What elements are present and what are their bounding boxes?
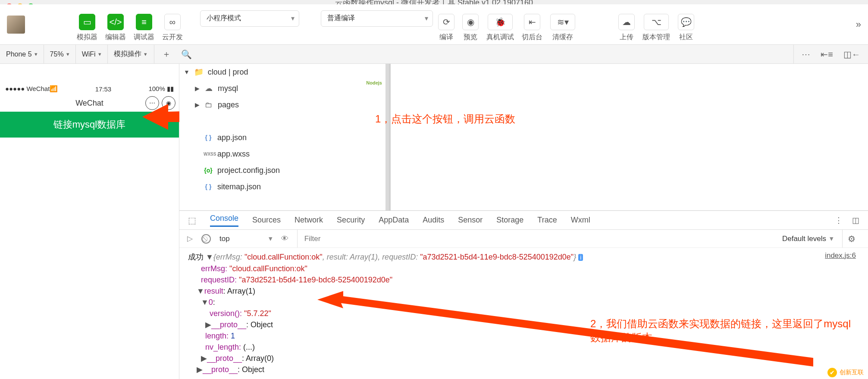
indent-icon[interactable]: ⇤≡ <box>821 49 833 60</box>
community-button[interactable]: 💬社区 <box>678 14 694 42</box>
editor-toggle[interactable]: </>编辑器 <box>105 14 126 42</box>
console-settings-icon[interactable]: ⚙ <box>842 230 860 247</box>
simulator-panel: ●●●●● WeChat📶 17:53 100% ▮▮ WeChat ⋯ ◉ 链… <box>0 64 179 379</box>
file-explorer: ▼📁cloud | prod ▶☁mysqlNodejs ▶🗀pages { }… <box>179 64 391 210</box>
sub-toolbar: Phone 5 75% WiFi 模拟操作 ＋ 🔍 ⋯ ⇤≡ ◫← <box>0 45 868 64</box>
annotation-1: 1，点击这个按钮，调用云函数 <box>375 112 515 126</box>
sim-menu-icon[interactable]: ⋯ <box>145 96 159 110</box>
tree-file-app-json[interactable]: { }app.json <box>179 129 389 146</box>
console-filter-bar: ▷ ⃠ top 👁 Default levels ⚙ <box>179 230 868 248</box>
tab-sources[interactable]: Sources <box>252 216 281 225</box>
simulator-toggle[interactable]: ▭模拟器 <box>77 14 97 42</box>
toolbar-overflow-icon[interactable]: » <box>856 19 861 30</box>
console-output: index.js:6 成功 ▼{errMsg: "cloud.callFunct… <box>179 248 868 379</box>
devtools-more-icon[interactable]: ⋮ <box>835 216 843 225</box>
devtools-dock-icon[interactable]: ◫ <box>852 216 859 225</box>
tab-console[interactable]: Console <box>210 214 238 227</box>
devtools: ⬚ Console Sources Network Security AppDa… <box>179 210 868 379</box>
sim-status-bar: ●●●●● WeChat📶 17:53 100% ▮▮ <box>0 83 179 94</box>
element-picker-icon[interactable]: ⬚ <box>188 215 196 226</box>
eye-icon[interactable]: 👁 <box>281 235 288 243</box>
tab-security[interactable]: Security <box>337 216 365 225</box>
tab-network[interactable]: Network <box>295 216 323 225</box>
network-select[interactable]: WiFi <box>76 45 108 63</box>
tree-file-sitemap[interactable]: { }sitemap.json <box>179 179 389 195</box>
mode-select[interactable]: 小程序模式 <box>200 10 299 27</box>
split-icon[interactable]: ◫← <box>843 49 860 60</box>
version-button[interactable]: ⌥版本管理 <box>642 14 670 42</box>
editor-area <box>391 64 868 210</box>
more-icon[interactable]: ⋯ <box>802 49 810 60</box>
log-levels-select[interactable]: Default levels <box>782 234 834 243</box>
background-button[interactable]: ⇤切后台 <box>522 14 542 42</box>
cloud-dev-button[interactable]: ∞云开发 <box>162 14 183 42</box>
clear-cache-button[interactable]: ≋▾清缓存 <box>550 14 575 42</box>
tree-folder-mysql[interactable]: ▶☁mysqlNodejs <box>179 80 389 97</box>
sim-close-icon[interactable]: ◉ <box>162 96 175 110</box>
context-select[interactable]: top <box>219 234 273 243</box>
watermark: ✔创新互联 <box>827 368 864 377</box>
remote-debug-button[interactable]: 🐞真机调试 <box>486 14 514 42</box>
annotation-2: 2，我们借助云函数来实现数据的链接，这里返回了mysql 数据库的版本 <box>590 317 851 345</box>
play-icon[interactable]: ▷ <box>187 234 193 243</box>
tree-file-project-config[interactable]: {o}project.config.json <box>179 162 389 179</box>
preview-button[interactable]: ◉预览 <box>462 14 479 42</box>
connect-mysql-button[interactable]: 链接mysql数据库 <box>0 112 179 138</box>
clear-console-icon[interactable]: ⃠ <box>201 234 211 244</box>
main-toolbar: ▭模拟器 </>编辑器 ≡调试器 ∞云开发 小程序模式 普通编译 ⟳编译 ◉预览… <box>0 4 868 45</box>
filter-input[interactable] <box>297 230 452 247</box>
tab-wxml[interactable]: Wxml <box>571 216 590 225</box>
tab-audits[interactable]: Audits <box>423 216 444 225</box>
compile-condition-select[interactable]: 普通编译 <box>321 10 433 27</box>
touch-mode-select[interactable]: 模拟操作 <box>108 45 153 63</box>
device-select[interactable]: Phone 5 <box>0 45 44 63</box>
debugger-toggle[interactable]: ≡调试器 <box>134 14 154 42</box>
titlebar: 云函数操作mysql - 微信开发者工具 Stable v1.02.190716… <box>0 0 868 4</box>
tree-root[interactable]: ▼📁cloud | prod <box>179 64 389 80</box>
compile-button[interactable]: ⟳编译 <box>438 14 454 42</box>
upload-button[interactable]: ☁上传 <box>618 14 635 42</box>
tree-file-app-wxss[interactable]: WXSSapp.wxss <box>179 146 389 162</box>
add-tab-icon[interactable]: ＋ <box>162 48 171 60</box>
tab-sensor[interactable]: Sensor <box>458 216 483 225</box>
tab-storage[interactable]: Storage <box>496 216 523 225</box>
search-icon[interactable]: 🔍 <box>181 49 192 60</box>
nodejs-badge-icon: Nodejs <box>366 80 382 85</box>
tab-trace[interactable]: Trace <box>537 216 557 225</box>
zoom-select[interactable]: 75% <box>44 45 76 63</box>
source-link[interactable]: index.js:6 <box>825 251 856 260</box>
tree-folder-pages[interactable]: ▶🗀pages <box>179 97 389 113</box>
project-avatar[interactable] <box>7 16 25 34</box>
sim-nav-bar: WeChat ⋯ ◉ <box>0 94 179 112</box>
devtools-tabs: ⬚ Console Sources Network Security AppDa… <box>179 211 868 230</box>
tab-appdata[interactable]: AppData <box>379 216 409 225</box>
